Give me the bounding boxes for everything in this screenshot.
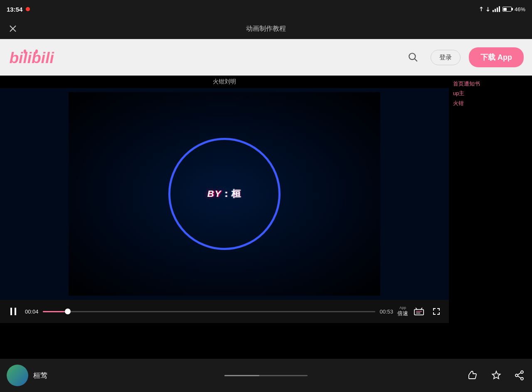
svg-point-5 — [409, 53, 415, 59]
channel-bar: 火钳刘明 — [0, 76, 449, 88]
like-button[interactable] — [467, 370, 479, 381]
status-right: 46% — [479, 6, 525, 12]
share-button[interactable] — [514, 370, 525, 381]
bottom-actions — [467, 370, 525, 381]
battery-icon: 46% — [502, 6, 525, 12]
header: bilibili 登录 下载 App — [0, 39, 532, 76]
record-indicator — [26, 7, 30, 11]
svg-rect-8 — [15, 308, 16, 315]
close-button[interactable] — [7, 22, 19, 35]
controls-bar: 00:04 00:53 App 倍速 — [0, 300, 449, 323]
current-time: 00:04 — [25, 309, 39, 315]
notif-line-1: 首页遭知书 — [453, 79, 528, 88]
sidebar-notification: 首页遭知书 up主 火钳 — [449, 76, 532, 392]
avatar — [7, 365, 28, 386]
pause-button[interactable] — [6, 304, 21, 319]
page-title: 动画制作教程 — [246, 24, 286, 33]
favorite-button[interactable] — [490, 370, 502, 381]
fullscreen-button[interactable] — [430, 305, 443, 318]
svg-point-12 — [521, 371, 523, 373]
download-app-button[interactable]: 下载 App — [469, 47, 524, 67]
fullscreen-icon — [432, 307, 441, 316]
pause-icon — [8, 306, 18, 316]
svg-rect-9 — [414, 309, 424, 315]
bilibili-logo[interactable]: bilibili — [8, 47, 58, 67]
search-button[interactable] — [404, 48, 422, 66]
video-by-text: BY：桓 — [207, 188, 242, 200]
bottom-bar: 桓莺 — [0, 359, 532, 392]
status-left: 13:54 — [7, 6, 30, 13]
share-icon — [514, 370, 525, 381]
close-icon — [9, 24, 17, 33]
download-indicator-icon — [486, 6, 490, 12]
title-bar: 动画制作教程 — [0, 18, 532, 39]
upload-icon — [479, 6, 483, 12]
bilibili-logo-svg: bilibili — [8, 47, 58, 67]
signal-icon — [493, 6, 500, 12]
like-icon — [467, 370, 479, 381]
progress-thumb[interactable] — [65, 309, 71, 314]
speed-button[interactable]: App 倍速 — [397, 306, 408, 317]
svg-point-14 — [515, 374, 518, 377]
time-display: 13:54 — [7, 6, 22, 13]
login-button[interactable]: 登录 — [431, 50, 461, 65]
svg-line-6 — [415, 59, 417, 61]
notif-line-3: 火钳 — [453, 98, 528, 108]
video-circle-graphic: BY：桓 — [168, 138, 281, 250]
content-area: 火钳刘明 BY：桓 — [0, 76, 532, 392]
star-icon — [490, 370, 502, 381]
video-section: 火钳刘明 BY：桓 — [0, 76, 449, 392]
progress-played — [43, 311, 68, 312]
channel-name: 火钳刘明 — [213, 78, 236, 86]
svg-rect-7 — [10, 308, 12, 315]
speed-app-label: App — [399, 306, 406, 310]
battery-percent: 46% — [515, 6, 525, 12]
svg-point-13 — [521, 377, 523, 380]
status-bar: 13:54 46% — [0, 0, 532, 18]
progress-bar[interactable] — [43, 311, 376, 312]
notif-line-2: up主 — [453, 88, 528, 98]
danmaku-icon — [414, 306, 424, 317]
danmaku-button[interactable] — [412, 305, 426, 318]
search-icon — [408, 52, 419, 63]
speed-label: 倍速 — [397, 310, 408, 317]
video-inner: BY：桓 — [69, 92, 380, 296]
svg-text:bilibili: bilibili — [9, 49, 54, 66]
total-time: 00:53 — [379, 309, 393, 315]
video-player[interactable]: BY：桓 — [0, 88, 449, 300]
